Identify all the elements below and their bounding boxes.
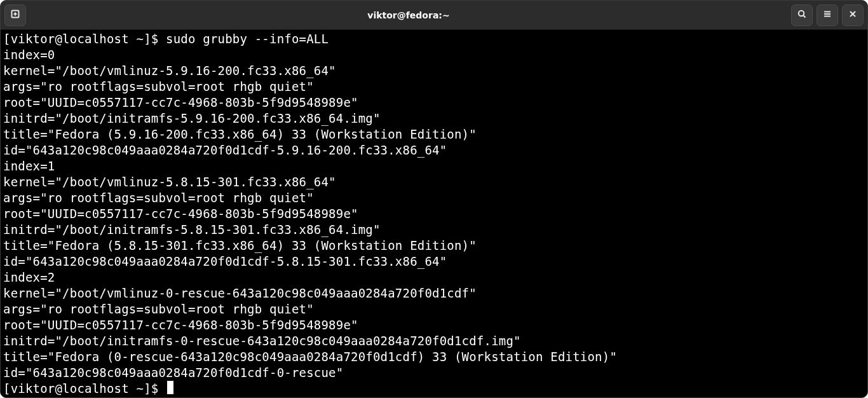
terminal-viewport[interactable]: [viktor@localhost ~]$ sudo grubby --info… bbox=[1, 30, 867, 397]
prompt: [viktor@localhost ~]$ bbox=[3, 32, 166, 46]
output-line: args="ro rootflags=subvol=root rhgb quie… bbox=[3, 302, 314, 316]
close-button[interactable] bbox=[842, 4, 864, 26]
terminal-window: viktor@fedora:~ [viktor@localhost ~]$ su… bbox=[0, 0, 868, 398]
output-line: index=1 bbox=[3, 159, 55, 173]
menu-button[interactable] bbox=[817, 4, 838, 26]
command-text: sudo grubby --info=ALL bbox=[166, 32, 329, 46]
prompt: [viktor@localhost ~]$ bbox=[3, 381, 166, 395]
search-button[interactable] bbox=[791, 4, 813, 26]
output-line: kernel="/boot/vmlinuz-5.8.15-301.fc33.x8… bbox=[3, 175, 336, 189]
output-line: args="ro rootflags=subvol=root rhgb quie… bbox=[3, 191, 314, 205]
output-line: id="643a120c98c049aaa0284a720f0d1cdf-5.8… bbox=[3, 254, 447, 268]
output-line: root="UUID=c0557117-cc7c-4968-803b-5f9d9… bbox=[3, 95, 358, 109]
output-line: args="ro rootflags=subvol=root rhgb quie… bbox=[3, 79, 314, 93]
svg-point-3 bbox=[799, 10, 804, 15]
output-line: index=2 bbox=[3, 270, 55, 284]
output-line: initrd="/boot/initramfs-5.9.16-200.fc33.… bbox=[3, 111, 381, 125]
output-line: title="Fedora (5.9.16-200.fc33.x86_64) 3… bbox=[3, 127, 477, 141]
close-icon bbox=[848, 9, 858, 22]
svg-line-4 bbox=[803, 15, 805, 17]
output-line: kernel="/boot/vmlinuz-0-rescue-643a120c9… bbox=[3, 286, 477, 300]
output-line: index=0 bbox=[3, 48, 55, 62]
output-line: id="643a120c98c049aaa0284a720f0d1cdf-0-r… bbox=[3, 366, 343, 380]
output-line: title="Fedora (5.8.15-301.fc33.x86_64) 3… bbox=[3, 238, 477, 252]
output-line: title="Fedora (0-rescue-643a120c98c049aa… bbox=[3, 350, 617, 364]
titlebar: viktor@fedora:~ bbox=[1, 1, 867, 30]
new-tab-button[interactable] bbox=[4, 4, 26, 26]
window-title: viktor@fedora:~ bbox=[26, 10, 791, 20]
output-line: initrd="/boot/initramfs-5.8.15-301.fc33.… bbox=[3, 223, 381, 237]
output-line: root="UUID=c0557117-cc7c-4968-803b-5f9d9… bbox=[3, 318, 358, 332]
output-line: root="UUID=c0557117-cc7c-4968-803b-5f9d9… bbox=[3, 207, 358, 221]
search-icon bbox=[797, 9, 807, 22]
new-tab-icon bbox=[10, 9, 20, 22]
output-line: kernel="/boot/vmlinuz-5.9.16-200.fc33.x8… bbox=[3, 64, 336, 78]
cursor bbox=[167, 381, 173, 394]
hamburger-icon bbox=[822, 9, 832, 22]
output-line: initrd="/boot/initramfs-0-rescue-643a120… bbox=[3, 334, 521, 348]
output-line: id="643a120c98c049aaa0284a720f0d1cdf-5.9… bbox=[3, 143, 447, 157]
